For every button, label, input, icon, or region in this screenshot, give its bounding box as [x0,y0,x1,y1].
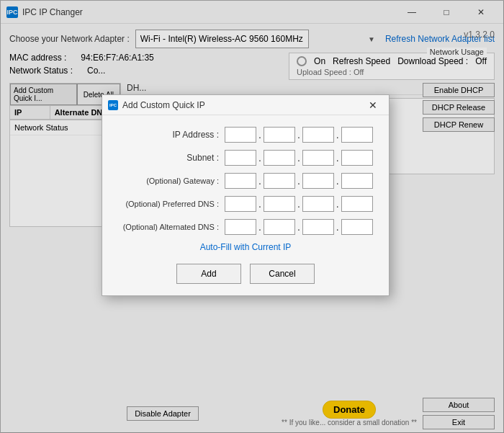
subnet-dot-2: . [297,152,300,164]
preferred-dns-dot-2: . [297,198,300,210]
gateway-modal-row: (Optional) Gateway : . . . [117,173,374,189]
preferred-dns-modal-row: (Optional) Preferred DNS : . . . [117,196,374,212]
alternated-dns-dot-2: . [297,221,300,233]
alternated-dns-modal-row: (Optional) Alternated DNS : . . . [117,219,374,235]
gateway-octet-2[interactable] [264,173,295,189]
alternated-dns-octet-1[interactable] [225,219,256,235]
alternated-dns-dot-1: . [258,221,261,233]
ip-octet-4[interactable] [341,127,373,143]
subnet-octet-1[interactable] [225,150,256,166]
preferred-dns-octet-2[interactable] [264,196,295,212]
ip-octet-3[interactable] [302,127,334,143]
preferred-dns-modal-label: (Optional) Preferred DNS : [117,200,225,208]
modal-cancel-button[interactable]: Cancel [250,264,315,284]
alternated-dns-octet-2[interactable] [264,219,295,235]
ip-address-row: IP Address : . . . [117,127,374,143]
modal-app-icon: IPC [108,100,118,110]
subnet-label: Subnet : [117,153,225,163]
gateway-octet-3[interactable] [302,173,334,189]
alternated-dns-octet-4[interactable] [341,219,373,235]
gateway-modal-label: (Optional) Gateway : [117,177,225,185]
gateway-dot-1: . [258,175,261,187]
ip-address-fields: . . . [225,127,373,143]
subnet-octet-2[interactable] [264,150,295,166]
modal-close-button[interactable]: ✕ [363,95,383,115]
alternated-dns-dot-3: . [336,221,339,233]
modal-action-buttons: Add Cancel [117,264,374,284]
modal-body: IP Address : . . . Subnet : . [102,115,389,295]
add-custom-quick-ip-dialog: IPC Add Custom Quick IP ✕ IP Address : .… [102,94,390,296]
ip-octet-1[interactable] [225,127,256,143]
auto-fill-area: Auto-Fill with Current IP [117,242,374,252]
alternated-dns-modal-label: (Optional) Alternated DNS : [117,223,225,231]
preferred-dns-dot-1: . [258,198,261,210]
ip-address-label: IP Address : [117,130,225,140]
modal-title: Add Custom Quick IP [122,100,363,110]
gateway-modal-fields: . . . [225,173,373,189]
subnet-octet-3[interactable] [302,150,334,166]
preferred-dns-octet-3[interactable] [302,196,334,212]
subnet-dot-3: . [336,152,339,164]
ip-dot-1: . [258,129,261,140]
subnet-octet-4[interactable] [341,150,373,166]
modal-title-bar: IPC Add Custom Quick IP ✕ [102,95,389,115]
subnet-fields: . . . [225,150,373,166]
preferred-dns-modal-fields: . . . [225,196,373,212]
ip-octet-2[interactable] [264,127,295,143]
ip-dot-2: . [297,129,300,140]
preferred-dns-octet-1[interactable] [225,196,256,212]
modal-add-button[interactable]: Add [176,264,241,284]
preferred-dns-octet-4[interactable] [341,196,373,212]
gateway-dot-2: . [297,175,300,187]
alternated-dns-octet-3[interactable] [302,219,334,235]
gateway-dot-3: . [336,175,339,187]
alternated-dns-modal-fields: . . . [225,219,373,235]
subnet-dot-1: . [258,152,261,164]
subnet-row: Subnet : . . . [117,150,374,166]
preferred-dns-dot-3: . [336,198,339,210]
gateway-octet-1[interactable] [225,173,256,189]
main-window: IPC IPC IP Changer — □ ✕ Choose your Net… [0,0,504,433]
auto-fill-link[interactable]: Auto-Fill with Current IP [200,242,292,252]
ip-dot-3: . [336,129,339,140]
gateway-octet-4[interactable] [341,173,373,189]
